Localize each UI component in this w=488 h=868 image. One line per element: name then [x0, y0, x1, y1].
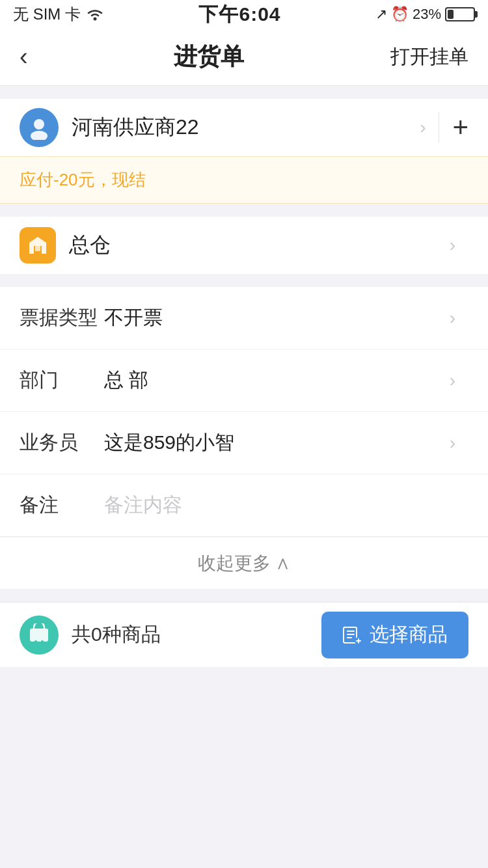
section-gap-1: [0, 86, 488, 99]
person-icon: [27, 115, 51, 140]
battery-percent: 23%: [413, 6, 441, 23]
warehouse-row[interactable]: 总仓: [0, 217, 488, 274]
supplier-row[interactable]: 河南供应商22 +: [0, 99, 488, 156]
dept-value: 总 部: [104, 367, 450, 394]
supplier-section: 河南供应商22 + 应付-20元，现结: [0, 99, 488, 204]
salesman-label: 业务员: [20, 429, 104, 456]
remark-label: 备注: [20, 492, 104, 519]
select-product-button[interactable]: 选择商品: [321, 612, 468, 658]
warehouse-icon-container: [20, 227, 56, 264]
svg-rect-4: [35, 246, 40, 251]
svg-point-0: [94, 18, 97, 21]
remark-input[interactable]: 备注内容: [104, 492, 468, 519]
bottom-bar: 共0种商品 选择商品: [0, 602, 488, 667]
nav-bar: ‹ 进货单 打开挂单: [0, 29, 488, 86]
supplier-avatar: [20, 108, 59, 147]
status-time: 下午6:04: [198, 1, 280, 28]
section-gap-3: [0, 274, 488, 287]
dept-label: 部门: [20, 367, 104, 394]
svg-point-2: [31, 131, 47, 140]
collapse-text: 收起更多 ∧: [198, 551, 291, 576]
supplier-name: 河南供应商22: [72, 113, 420, 142]
status-right: ↗ ⏰ 23%: [375, 6, 475, 23]
invoice-label: 票据类型: [20, 305, 104, 331]
svg-rect-5: [30, 629, 48, 642]
form-section: 票据类型 不开票 部门 总 部 业务员 这是859的小智 备注 备注内容 收起更…: [0, 287, 488, 589]
notice-banner: 应付-20元，现结: [0, 156, 488, 204]
supplier-chevron: [420, 117, 426, 138]
cart-icon: [27, 623, 51, 647]
warehouse-name: 总仓: [69, 231, 450, 260]
section-gap-2: [0, 204, 488, 217]
page-title: 进货单: [174, 41, 244, 73]
battery-icon: [445, 7, 475, 21]
warehouse-section: 总仓: [0, 217, 488, 274]
select-product-icon: [342, 625, 363, 645]
salesman-chevron: [450, 433, 455, 454]
notice-text: 应付-20元，现结: [20, 170, 146, 189]
svg-point-6: [34, 640, 37, 643]
dept-chevron: [450, 370, 455, 391]
status-bar: 无 SIM 卡 下午6:04 ↗ ⏰ 23%: [0, 0, 488, 29]
dept-row[interactable]: 部门 总 部: [0, 349, 488, 412]
remark-row[interactable]: 备注 备注内容: [0, 474, 488, 537]
warehouse-icon: [27, 234, 49, 256]
back-button[interactable]: ‹: [20, 43, 28, 71]
select-product-label: 选择商品: [370, 621, 448, 648]
status-left: 无 SIM 卡: [13, 4, 104, 25]
add-button[interactable]: +: [439, 112, 468, 143]
carrier-text: 无 SIM 卡: [13, 4, 81, 25]
alarm-icon: ⏰: [391, 6, 409, 23]
invoice-chevron: [450, 308, 455, 329]
salesman-value: 这是859的小智: [104, 429, 450, 456]
invoice-value: 不开票: [104, 305, 450, 331]
svg-point-7: [41, 640, 44, 643]
location-icon: ↗: [375, 6, 387, 23]
warehouse-chevron: [450, 235, 455, 256]
wifi-icon: [86, 8, 104, 21]
svg-point-1: [34, 119, 44, 129]
open-pending-button[interactable]: 打开挂单: [390, 44, 468, 70]
salesman-row[interactable]: 业务员 这是859的小智: [0, 412, 488, 474]
collapse-row[interactable]: 收起更多 ∧: [0, 537, 488, 589]
product-count-text: 共0种商品: [72, 621, 321, 648]
product-icon-container: [20, 616, 59, 655]
invoice-row[interactable]: 票据类型 不开票: [0, 287, 488, 349]
